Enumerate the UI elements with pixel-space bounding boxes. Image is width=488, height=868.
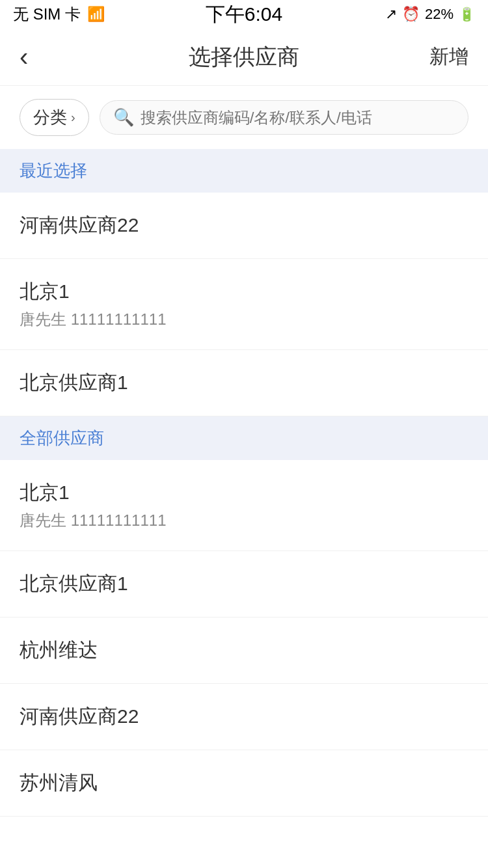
all-section-header: 全部供应商 <box>0 416 488 460</box>
category-label: 分类 <box>33 106 67 129</box>
item-name: 杭州维达 <box>20 637 468 664</box>
item-sub: 唐先生 11111111111 <box>20 309 468 330</box>
list-item[interactable]: 北京供应商1 <box>0 350 488 416</box>
back-button[interactable]: ‹ <box>20 42 59 72</box>
list-item[interactable]: 河南供应商22 <box>0 193 488 259</box>
item-name: 河南供应商22 <box>20 703 468 730</box>
list-item[interactable]: 北京供应商1 <box>0 551 488 617</box>
page-title: 选择供应商 <box>189 42 299 72</box>
list-item[interactable]: 杭州维达 <box>0 617 488 684</box>
item-name: 北京供应商1 <box>20 571 468 597</box>
all-list: 北京1唐先生 11111111111北京供应商1杭州维达河南供应商22苏州清风 <box>0 460 488 817</box>
recent-section-header: 最近选择 <box>0 149 488 193</box>
item-name: 北京供应商1 <box>20 370 468 396</box>
all-section-label: 全部供应商 <box>20 428 104 448</box>
status-bar-left: 无 SIM 卡 📶 <box>13 4 105 25</box>
wifi-icon: 📶 <box>87 6 105 23</box>
search-box: 🔍 <box>100 100 468 135</box>
filter-bar: 分类 › 🔍 <box>0 86 488 149</box>
item-name: 河南供应商22 <box>20 212 468 239</box>
nav-bar: ‹ 选择供应商 新增 <box>0 29 488 86</box>
status-bar: 无 SIM 卡 📶 下午6:04 ↗ ⏰ 22% 🔋 <box>0 0 488 29</box>
chevron-right-icon: › <box>71 110 75 125</box>
location-icon: ↗ <box>385 6 397 23</box>
list-item[interactable]: 苏州清风 <box>0 750 488 817</box>
battery-label: 22% <box>425 6 454 23</box>
item-sub: 唐先生 11111111111 <box>20 510 468 531</box>
item-name: 苏州清风 <box>20 770 468 796</box>
recent-list: 河南供应商22北京1唐先生 11111111111北京供应商1 <box>0 193 488 416</box>
add-button[interactable]: 新增 <box>429 44 468 70</box>
alarm-icon: ⏰ <box>402 6 420 23</box>
search-input[interactable] <box>141 109 455 127</box>
search-icon: 🔍 <box>113 107 134 128</box>
list-item[interactable]: 河南供应商22 <box>0 684 488 750</box>
item-name: 北京1 <box>20 480 468 506</box>
category-button[interactable]: 分类 › <box>20 99 89 136</box>
status-bar-time: 下午6:04 <box>206 1 282 28</box>
item-name: 北京1 <box>20 278 468 305</box>
list-item[interactable]: 北京1唐先生 11111111111 <box>0 460 488 551</box>
recent-section-label: 最近选择 <box>20 161 87 180</box>
list-item[interactable]: 北京1唐先生 11111111111 <box>0 259 488 350</box>
status-bar-right: ↗ ⏰ 22% 🔋 <box>385 6 475 23</box>
battery-icon: 🔋 <box>459 7 475 22</box>
carrier-label: 无 SIM 卡 <box>13 4 81 25</box>
